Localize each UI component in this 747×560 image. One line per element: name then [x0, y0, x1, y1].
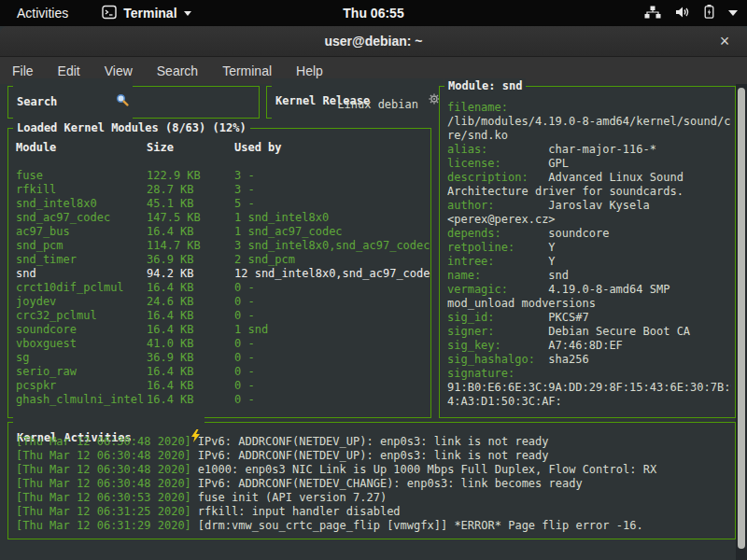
- module-size: 24.6 KB: [147, 295, 234, 309]
- gnome-top-bar: Activities Terminal Thu 06:55: [0, 0, 747, 26]
- close-icon[interactable]: ×: [713, 30, 736, 52]
- table-row[interactable]: ac97_bus16.4 KB1 snd_ac97_codec: [16, 225, 427, 239]
- table-row[interactable]: serio_raw16.4 KB0 -: [16, 365, 427, 379]
- volume-icon: [675, 6, 690, 21]
- module-size: 28.7 KB: [147, 183, 234, 197]
- detail-line: filename:: [447, 101, 731, 115]
- detail-line: <perex@perex.cz>: [447, 213, 731, 227]
- log-entry: [Thu Mar 12 06:31:29 2020][drm:vmw_sou_c…: [16, 519, 731, 533]
- module-size: 45.1 KB: [147, 197, 234, 211]
- module-detail-panel: Module: snd filename: /lib/modules/4.19.…: [439, 86, 736, 418]
- detail-key: alias:: [447, 143, 548, 157]
- kernel-activities-panel: Kernel Activities [Thu Mar 12 06:30:48 2…: [7, 422, 736, 539]
- detail-value: mod_unload modversions: [447, 297, 596, 310]
- module-name: serio_raw: [16, 365, 147, 379]
- table-row[interactable]: snd_intel8x045.1 KB5 -: [16, 197, 427, 211]
- table-row[interactable]: fuse122.9 KB3 -: [16, 169, 427, 183]
- detail-line: intree:Y: [447, 255, 731, 269]
- module-used-by: 0 -: [234, 295, 255, 308]
- module-used-by: 3 -: [234, 169, 255, 182]
- module-size: 147.5 KB: [147, 211, 234, 225]
- module-used-by: 0 -: [234, 365, 255, 378]
- detail-key: signature:: [447, 367, 548, 381]
- table-row[interactable]: joydev24.6 KB0 -: [16, 295, 427, 309]
- log-entry: [Thu Mar 12 06:31:25 2020]rfkill: input …: [16, 505, 731, 519]
- log-entry: [Thu Mar 12 06:30:48 2020]IPv6: ADDRCONF…: [16, 435, 731, 449]
- detail-line: signer:Debian Secure Boot CA: [447, 325, 731, 339]
- module-used-by: 2 snd_pcm: [234, 253, 295, 266]
- module-size: 16.4 KB: [147, 379, 234, 393]
- module-size: 122.9 KB: [147, 169, 234, 183]
- module-used-by: 12 snd_intel8x0,snd_ac97_code: [234, 267, 430, 280]
- log-message: IPv6: ADDRCONF(NETDEV_UP): enp0s3: link …: [198, 449, 549, 462]
- detail-line: /lib/modules/4.19.0-8-amd64/kernel/sound…: [447, 115, 731, 129]
- search-panel[interactable]: Search: [7, 86, 260, 119]
- module-used-by: 3 snd_intel8x0,snd_ac97_codec: [234, 239, 430, 252]
- log-entry: [Thu Mar 12 06:30:53 2020]fuse init (API…: [16, 491, 731, 505]
- detail-value: PKCS#7: [548, 311, 588, 324]
- detail-key: filename:: [447, 101, 548, 115]
- table-row[interactable]: crc32_pclmul16.4 KB0 -: [16, 309, 427, 323]
- modules-table-body: fuse122.9 KB3 - rfkill28.7 KB3 - snd_int…: [16, 169, 427, 407]
- detail-value: Jaroslav Kysela: [548, 199, 649, 212]
- detail-value: <perex@perex.cz>: [447, 213, 556, 226]
- module-name: snd_pcm: [16, 239, 147, 253]
- detail-key: name:: [447, 269, 548, 283]
- module-size: 36.9 KB: [147, 253, 234, 267]
- table-row[interactable]: pcspkr16.4 KB0 -: [16, 379, 427, 393]
- detail-key: depends:: [447, 227, 548, 241]
- log-timestamp: [Thu Mar 12 06:30:53 2020]: [16, 491, 191, 504]
- detail-line: license:GPL: [447, 157, 731, 171]
- log-message: rfkill: input handler disabled: [198, 505, 401, 518]
- terminal-icon: [102, 5, 117, 22]
- system-tray[interactable]: [644, 5, 738, 21]
- table-row[interactable]: snd_timer36.9 KB2 snd_pcm: [16, 253, 427, 267]
- table-row[interactable]: crct10dif_pclmul16.4 KB0 -: [16, 281, 427, 295]
- module-size: 41.0 KB: [147, 337, 234, 351]
- table-row[interactable]: vboxguest41.0 KB0 -: [16, 337, 427, 351]
- log-timestamp: [Thu Mar 12 06:31:25 2020]: [16, 505, 191, 518]
- log-timestamp: [Thu Mar 12 06:30:48 2020]: [16, 463, 191, 476]
- detail-key: retpoline:: [447, 241, 548, 255]
- module-used-by: 0 -: [234, 281, 255, 294]
- modules-panel: Loaded Kernel Modules (8/63) (12%) Modul…: [7, 128, 431, 418]
- module-name: crct10dif_pclmul: [16, 281, 147, 295]
- kernel-log-list[interactable]: [Thu Mar 12 06:30:48 2020]IPv6: ADDRCONF…: [16, 435, 731, 533]
- terminal-titlebar[interactable]: user@debian: ~ ×: [0, 26, 747, 57]
- activities-button[interactable]: Activities: [11, 4, 74, 22]
- app-menu[interactable]: Terminal: [102, 5, 190, 22]
- module-name: joydev: [16, 295, 147, 309]
- module-detail-body[interactable]: filename: /lib/modules/4.19.0-8-amd64/ke…: [447, 101, 731, 409]
- module-size: 16.4 KB: [147, 393, 234, 407]
- menu-item[interactable]: Search: [145, 60, 210, 82]
- module-name: soundcore: [16, 323, 147, 337]
- scrollbar-thumb[interactable]: [738, 88, 745, 549]
- table-row[interactable]: ghash_clmulni_intel16.4 KB0 -: [16, 393, 427, 407]
- detail-value: GPL: [548, 157, 569, 170]
- detail-line: mod_unload modversions: [447, 297, 731, 311]
- module-size: 16.4 KB: [147, 323, 234, 337]
- module-used-by: 3 -: [234, 183, 255, 196]
- detail-key: sig_key:: [447, 339, 548, 353]
- search-input[interactable]: [14, 98, 247, 115]
- table-row[interactable]: snd_pcm114.7 KB3 snd_intel8x0,snd_ac97_c…: [16, 239, 427, 253]
- detail-value: snd: [548, 269, 569, 282]
- detail-line: 4:A3:D1:50:3C:AF:: [447, 395, 731, 409]
- chevron-down-icon: [728, 10, 738, 16]
- module-name: snd: [16, 267, 147, 281]
- battery-charging-icon: [704, 5, 714, 21]
- log-message: fuse init (API version 7.27): [198, 491, 387, 504]
- module-name: crc32_pclmul: [16, 309, 147, 323]
- detail-line: 91:B0:E6:6E:3C:9A:DD:29:8F:15:43:6E:30:7…: [447, 381, 731, 395]
- table-row[interactable]: sg36.9 KB0 -: [16, 351, 427, 365]
- table-row[interactable]: snd_ac97_codec147.5 KB1 snd_intel8x0: [16, 211, 427, 225]
- table-row[interactable]: rfkill28.7 KB3 -: [16, 183, 427, 197]
- module-size: 16.4 KB: [147, 281, 234, 295]
- module-name: pcspkr: [16, 379, 147, 393]
- detail-value: Debian Secure Boot CA: [548, 325, 690, 338]
- detail-line: Architecture driver for soundcards.: [447, 185, 731, 199]
- detail-value: Y: [548, 255, 555, 268]
- table-row[interactable]: snd94.2 KB12 snd_intel8x0,snd_ac97_code: [16, 267, 427, 281]
- column-used-by: Used by: [234, 141, 282, 154]
- table-row[interactable]: soundcore16.4 KB1 snd: [16, 323, 427, 337]
